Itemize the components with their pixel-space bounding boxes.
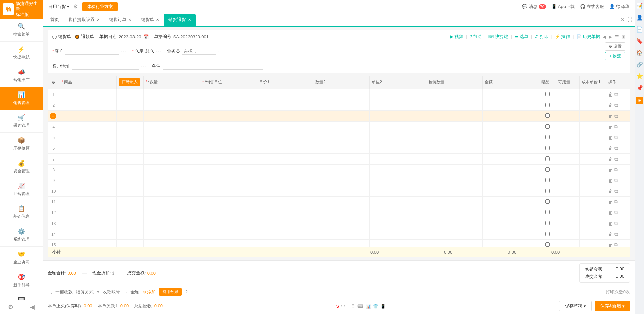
product-cell-13[interactable] xyxy=(60,218,117,229)
price-cell-12[interactable] xyxy=(257,207,313,218)
amount-cell-14[interactable] xyxy=(483,229,539,240)
copy-row-icon-3[interactable]: ⧉ xyxy=(614,113,618,119)
delete-row-icon-12[interactable]: 🗑 xyxy=(608,210,613,215)
unit2-input-9[interactable] xyxy=(372,177,424,184)
operate-link[interactable]: ⚡ 操作 xyxy=(555,34,570,40)
unit2-cell-8[interactable] xyxy=(370,165,426,175)
message-button[interactable]: 💬 消息 70 xyxy=(522,4,546,10)
qty2-input-7[interactable] xyxy=(315,156,367,162)
price-input-8[interactable] xyxy=(259,167,311,173)
collapse-icon[interactable]: ◀ xyxy=(30,303,35,311)
sidebar-item-shortcut[interactable]: ⚡ 快捷导航 xyxy=(0,42,43,64)
qty2-cell-4[interactable] xyxy=(313,122,370,132)
unit-input-1[interactable] xyxy=(202,91,255,98)
price-input-2[interactable] xyxy=(259,102,311,108)
tab-sale-delivery[interactable]: 销货单 ✕ xyxy=(136,14,164,26)
gift-cell-14[interactable] xyxy=(539,229,556,240)
product-cell-2[interactable] xyxy=(60,100,117,111)
product-input-8[interactable] xyxy=(62,167,115,173)
rs-icon-1[interactable]: 📝 xyxy=(636,3,643,9)
amount-input-5[interactable] xyxy=(485,134,537,141)
price-cell-8[interactable] xyxy=(257,165,313,175)
qty-input-9[interactable] xyxy=(146,177,198,184)
gift-checkbox-14[interactable] xyxy=(545,232,550,236)
sidebar-item-inventory[interactable]: 📦 库存核算 xyxy=(0,133,43,155)
industry-select[interactable]: 日用百货 ▾ xyxy=(48,4,69,10)
price-input-1[interactable] xyxy=(259,91,311,98)
close-tab-sale-delivery[interactable]: ✕ xyxy=(156,18,159,22)
product-input-1[interactable] xyxy=(62,91,115,98)
qty-input-5[interactable] xyxy=(146,134,198,141)
unit2-input-11[interactable] xyxy=(372,199,424,205)
video-link[interactable]: ▶ 视频 xyxy=(450,34,463,40)
radio-return[interactable]: 退款单 xyxy=(75,34,94,40)
delete-row-icon-15[interactable]: 🗑 xyxy=(608,242,613,247)
sidebar-item-enterprise[interactable]: 🤝 企业协同 xyxy=(0,247,43,269)
qty-cell-14[interactable] xyxy=(144,229,200,240)
pack-cell-10[interactable] xyxy=(426,186,483,197)
account-select[interactable]: ··· xyxy=(123,289,127,294)
unit-cell-15[interactable] xyxy=(200,240,257,247)
qty-input-3[interactable] xyxy=(146,113,198,119)
gift-checkbox-15[interactable] xyxy=(545,242,550,247)
price-input-11[interactable] xyxy=(259,199,311,205)
warehouse-dots[interactable]: ··· xyxy=(156,49,162,54)
product-input-15[interactable] xyxy=(62,242,115,247)
add-row-button[interactable]: + xyxy=(50,113,56,119)
qty2-cell-9[interactable] xyxy=(313,175,370,186)
gift-checkbox-10[interactable] xyxy=(545,189,550,193)
pack-cell-15[interactable] xyxy=(426,240,483,247)
customer-dots[interactable]: ··· xyxy=(121,49,127,54)
card-view-icon[interactable]: ⊞ xyxy=(622,34,625,39)
rs-icon-8[interactable]: 📌 xyxy=(636,85,643,91)
unit2-input-10[interactable] xyxy=(372,188,424,194)
qty-cell-1[interactable] xyxy=(144,89,200,100)
amount-input-6[interactable] xyxy=(485,145,537,151)
qty2-cell-7[interactable] xyxy=(313,154,370,165)
sidebar-item-apps[interactable]: 🔲 应用中心 xyxy=(0,292,43,300)
product-input-6[interactable] xyxy=(62,145,115,151)
unit-cell-1[interactable] xyxy=(200,89,257,100)
pack-cell-4[interactable] xyxy=(426,122,483,132)
select-link[interactable]: ☰ 选单 xyxy=(515,34,528,40)
unit2-cell-15[interactable] xyxy=(370,240,426,247)
close-tab-icon[interactable]: ✕ xyxy=(621,17,625,22)
product-cell-11[interactable] xyxy=(60,197,117,207)
product-input-9[interactable] xyxy=(62,177,115,184)
sidebar-item-operation[interactable]: 📈 经营管理 xyxy=(0,178,43,201)
remark-input[interactable] xyxy=(163,63,263,70)
price-input-5[interactable] xyxy=(259,134,311,141)
unit-cell-7[interactable] xyxy=(200,154,257,165)
qty2-input-4[interactable] xyxy=(315,124,367,130)
qty-input-2[interactable] xyxy=(146,102,198,108)
delete-row-icon-11[interactable]: 🗑 xyxy=(608,199,613,205)
qty-input-13[interactable] xyxy=(146,220,198,227)
center-icon-7[interactable]: 📱 xyxy=(380,304,386,309)
copy-row-icon-2[interactable]: ⧉ xyxy=(614,102,618,108)
qty2-cell-1[interactable] xyxy=(313,89,370,100)
product-cell-3[interactable] xyxy=(60,111,117,122)
center-icon-4[interactable]: ⌨ xyxy=(357,304,364,309)
delete-row-icon-4[interactable]: 🗑 xyxy=(608,124,613,130)
delete-row-icon-13[interactable]: 🗑 xyxy=(608,221,613,226)
address-dots[interactable]: ··· xyxy=(141,64,147,69)
unit-input-10[interactable] xyxy=(202,188,255,194)
copy-row-icon-12[interactable]: ⧉ xyxy=(614,210,618,215)
unit2-cell-9[interactable] xyxy=(370,175,426,186)
amount-cell-13[interactable] xyxy=(483,218,539,229)
qty2-input-9[interactable] xyxy=(315,177,367,184)
product-cell-12[interactable] xyxy=(60,207,117,218)
tab-home[interactable]: 首页 xyxy=(46,14,64,26)
pack-input-13[interactable] xyxy=(428,220,481,227)
unit-cell-10[interactable] xyxy=(200,186,257,197)
amount-input-7[interactable] xyxy=(485,156,537,162)
copy-row-icon-1[interactable]: ⧉ xyxy=(614,91,618,97)
unit-cell-11[interactable] xyxy=(200,197,257,207)
price-cell-2[interactable] xyxy=(257,100,313,111)
staff-dots[interactable]: ··· xyxy=(218,49,223,54)
price-cell-10[interactable] xyxy=(257,186,313,197)
unit2-input-13[interactable] xyxy=(372,220,424,227)
unit2-cell-13[interactable] xyxy=(370,218,426,229)
product-cell-8[interactable] xyxy=(60,165,117,175)
pack-input-3[interactable] xyxy=(428,113,481,119)
